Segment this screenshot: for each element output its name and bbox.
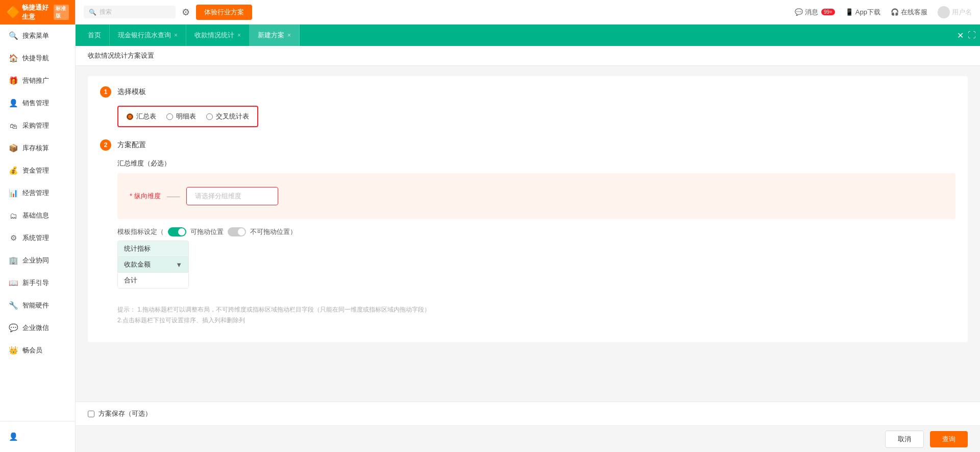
step1-circle: 1	[100, 86, 111, 98]
tab-label-new-plan: 新建方案	[258, 31, 284, 40]
sidebar: 🔶 畅捷通好生意 标准版 🔍 搜索菜单 🏠 快捷导航 🎁 营销推广 👤 销售管理…	[0, 0, 76, 452]
sidebar-item-extra1[interactable]: 👤	[0, 425, 75, 448]
industry-btn[interactable]: 体验行业方案	[196, 5, 252, 20]
sidebar-label-marketing: 营销推广	[22, 76, 49, 85]
tab-controls: ✕ ⛶	[957, 31, 976, 40]
topbar-search[interactable]: 🔍 搜索	[84, 6, 176, 18]
metrics-col-header[interactable]: 收款金额 ▼	[118, 257, 188, 273]
tab-close-collection-stat[interactable]: ×	[237, 32, 241, 39]
message-item[interactable]: 💬 消息 99+	[795, 8, 835, 17]
sidebar-icon-sales: 👤	[8, 98, 18, 108]
sidebar-item-vip-member[interactable]: 👑 畅会员	[0, 339, 75, 362]
sidebar-item-base-info[interactable]: 🗂 基础信息	[0, 204, 75, 227]
footer-bar: 取消 查询	[76, 425, 980, 452]
sidebar-item-search-menu[interactable]: 🔍 搜索菜单	[0, 25, 75, 47]
sidebar-item-beginner-guide[interactable]: 📖 新手引导	[0, 272, 75, 294]
logo-badge: 标准版	[54, 5, 69, 20]
sidebar-icon-vip-member: 👑	[8, 345, 18, 355]
radio-detail[interactable]: 明细表	[166, 112, 196, 121]
sidebar-label-inventory: 库存核算	[22, 144, 49, 153]
gear-icon[interactable]: ⚙	[182, 7, 190, 18]
sidebar-item-business[interactable]: 📊 经营管理	[0, 182, 75, 204]
sidebar-icon-base-info: 🗂	[8, 210, 18, 221]
metrics-row-total: 合计	[118, 273, 188, 288]
message-badge: 99+	[821, 9, 835, 15]
metrics-table: 统计指标 收款金额 ▼ 合计	[117, 241, 189, 289]
sidebar-label-sys-manage: 系统管理	[22, 233, 49, 243]
main-area: 🔍 搜索 ⚙ 体验行业方案 💬 消息 99+ 📱 App下载 🎧 在线客服 用户…	[76, 0, 980, 452]
tip-row-2: 2.点击标题栏下拉可设置排序、插入列和删除列	[117, 316, 955, 325]
sidebar-icon-beginner-guide: 📖	[8, 278, 18, 288]
vertical-dim-label: * 纵向维度	[130, 192, 161, 201]
radio-cross-input[interactable]	[206, 113, 213, 120]
search-icon: 🔍	[89, 9, 96, 16]
sidebar-icon-quick-nav: 🏠	[8, 53, 18, 63]
sidebar-label-base-info: 基础信息	[22, 211, 49, 220]
search-placeholder: 搜索	[100, 8, 112, 16]
sidebar-item-enterprise-coop[interactable]: 🏢 企业协同	[0, 249, 75, 272]
username-label: 用户名	[952, 8, 972, 17]
sidebar-icon-search-menu: 🔍	[8, 31, 18, 41]
sidebar-icon-smart-hardware: 🔧	[8, 300, 18, 311]
message-label: 消息	[805, 8, 818, 17]
metrics-section: 模板指标设定（ 可拖动位置 不可拖动位置） 统计指标 收款金额	[117, 227, 955, 290]
user-profile[interactable]: 用户名	[938, 6, 972, 18]
template-select-group: 汇总表 明细表 交叉统计表	[117, 106, 258, 127]
service-item[interactable]: 🎧 在线客服	[891, 8, 927, 17]
radio-summary[interactable]: 汇总表	[127, 112, 156, 121]
close-window-icon[interactable]: ✕	[957, 31, 964, 40]
download-label: App下载	[855, 8, 880, 17]
sidebar-icon-inventory: 📦	[8, 143, 18, 153]
sidebar-item-smart-hardware[interactable]: 🔧 智能硬件	[0, 294, 75, 317]
sidebar-item-purchase[interactable]: 🛍 采购管理	[0, 114, 75, 137]
sidebar-item-inventory[interactable]: 📦 库存核算	[0, 137, 75, 159]
query-button[interactable]: 查询	[930, 431, 968, 447]
sidebar-label-sales: 销售管理	[22, 99, 49, 108]
tab-bank-flow[interactable]: 现金银行流水查询×	[110, 25, 186, 46]
tab-home[interactable]: 首页	[80, 25, 110, 46]
logo-text: 畅捷通好生意	[22, 3, 52, 21]
tab-close-new-plan[interactable]: ×	[287, 32, 291, 39]
download-item[interactable]: 📱 App下载	[845, 8, 880, 17]
cancel-button[interactable]: 取消	[885, 431, 924, 448]
radio-cross[interactable]: 交叉统计表	[206, 112, 249, 121]
tip-row-1: 提示： 1.拖动标题栏可以调整布局，不可跨维度或指标区域拖动栏目字段（只能在同一…	[117, 305, 955, 314]
sidebar-icon-enterprise-wechat: 💬	[8, 323, 18, 333]
sidebar-label-enterprise-coop: 企业协同	[22, 256, 49, 265]
metrics-row-label: 合计	[124, 276, 137, 284]
sidebar-label-capital: 资金管理	[22, 166, 49, 175]
tab-new-plan[interactable]: 新建方案×	[250, 25, 300, 46]
tab-label-bank-flow: 现金银行流水查询	[118, 31, 171, 40]
sidebar-item-sys-manage[interactable]: ⚙ 系统管理	[0, 227, 75, 249]
save-checkbox[interactable]	[88, 411, 94, 417]
radio-summary-input[interactable]	[127, 113, 133, 120]
dimension-title: 汇总维度（必选）	[117, 159, 955, 168]
sidebar-item-sales[interactable]: 👤 销售管理	[0, 92, 75, 114]
sidebar-label-enterprise-wechat: 企业微信	[22, 323, 49, 332]
vertical-dim-row: * 纵向维度 —— 请选择分组维度	[130, 187, 278, 205]
sidebar-label-quick-nav: 快捷导航	[22, 54, 49, 63]
tab-close-bank-flow[interactable]: ×	[174, 32, 178, 39]
step2-header: 2 方案配置	[100, 139, 955, 151]
sidebar-item-quick-nav[interactable]: 🏠 快捷导航	[0, 47, 75, 69]
toggle-movable[interactable]	[168, 227, 186, 236]
page-header: 收款情况统计方案设置	[76, 46, 980, 66]
chevron-down-icon[interactable]: ▼	[176, 261, 182, 269]
message-icon: 💬	[795, 8, 803, 16]
topbar-right: 💬 消息 99+ 📱 App下载 🎧 在线客服 用户名	[795, 6, 972, 18]
vertical-dim-select[interactable]: 请选择分组维度	[186, 187, 278, 205]
avatar	[938, 6, 950, 18]
maximize-icon[interactable]: ⛶	[968, 31, 976, 40]
radio-detail-input[interactable]	[166, 113, 173, 120]
sidebar-icon-capital: 💰	[8, 165, 18, 176]
sidebar-item-marketing[interactable]: 🎁 营销推广	[0, 69, 75, 92]
step2-label: 方案配置	[117, 140, 146, 150]
sidebar-label-purchase: 采购管理	[22, 121, 49, 130]
form-body: 1 选择模板 汇总表 明细表	[76, 66, 980, 401]
tab-collection-stat[interactable]: 收款情况统计×	[186, 25, 250, 46]
sidebar-label-beginner-guide: 新手引导	[22, 278, 49, 288]
sidebar-item-enterprise-wechat[interactable]: 💬 企业微信	[0, 317, 75, 339]
sidebar-item-capital[interactable]: 💰 资金管理	[0, 159, 75, 182]
tips-section: 提示： 1.拖动标题栏可以调整布局，不可跨维度或指标区域拖动栏目字段（只能在同一…	[117, 300, 955, 332]
topbar: 🔍 搜索 ⚙ 体验行业方案 💬 消息 99+ 📱 App下载 🎧 在线客服 用户…	[76, 0, 980, 25]
